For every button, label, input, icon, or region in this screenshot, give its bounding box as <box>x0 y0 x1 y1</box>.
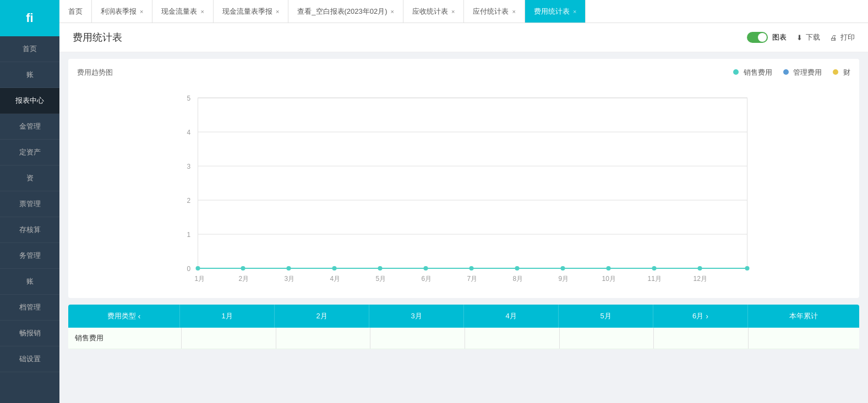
table-header: 费用类型 ‹ 1月 2月 3月 4月 5月 6月 › 本年累计 <box>68 305 859 328</box>
th-month-2: 2月 <box>275 305 369 328</box>
svg-text:6月: 6月 <box>422 275 432 283</box>
tab-cashflow-close[interactable]: × <box>200 8 204 15</box>
tab-cashflow-quarterly-label: 现金流量表季报 <box>222 7 272 16</box>
svg-text:4月: 4月 <box>330 275 341 283</box>
legend-finance-dot <box>833 69 838 75</box>
tab-home[interactable]: 首页 <box>59 0 92 23</box>
legend-admin-label: 管理费用 <box>793 68 822 76</box>
svg-text:2月: 2月 <box>239 275 249 283</box>
legend-sales-label: 销售费用 <box>744 68 772 76</box>
th-type-label: 费用类型 <box>107 311 136 321</box>
tab-receivable-close[interactable]: × <box>451 8 455 15</box>
table-row: 销售费用 <box>68 328 859 349</box>
next-month-button[interactable]: › <box>706 312 708 321</box>
td-m3 <box>370 328 465 349</box>
svg-point-18 <box>424 266 428 270</box>
tab-cashflow-quarterly[interactable]: 现金流量表季报 × <box>214 0 288 23</box>
legend-admin: 管理费用 <box>783 68 822 78</box>
chart-title: 费用趋势图 <box>77 68 113 78</box>
tab-expense-stats[interactable]: 费用统计表 × <box>525 0 586 23</box>
trend-chart: 0 1 2 3 4 5 <box>77 84 850 288</box>
td-m4 <box>465 328 560 349</box>
td-m5 <box>560 328 654 349</box>
th-month-5: 5月 <box>559 305 653 328</box>
tab-payable[interactable]: 应付统计表 × <box>464 0 525 23</box>
tab-receivable-label: 应收统计表 <box>412 7 448 16</box>
chart-header: 费用趋势图 销售费用 管理费用 财 <box>77 68 850 78</box>
sidebar-item-cash[interactable]: 金管理 <box>0 114 59 140</box>
td-m2 <box>276 328 371 349</box>
tab-bar: 首页 利润表季报 × 现金流量表 × 现金流量表季报 × 查看_空白报表(202… <box>59 0 868 23</box>
chart-toggle[interactable] <box>747 32 768 43</box>
tab-cashflow[interactable]: 现金流量表 × <box>152 0 213 23</box>
svg-text:0: 0 <box>187 265 191 273</box>
th-month-6: 6月 › <box>653 305 748 328</box>
legend-sales: 销售费用 <box>733 68 772 78</box>
sidebar-item-archive[interactable]: 档管理 <box>0 295 59 321</box>
sidebar-item-capital[interactable]: 资 <box>0 165 59 191</box>
legend-finance: 财 <box>833 68 850 78</box>
sidebar-item-ledger[interactable]: 账 <box>0 269 59 295</box>
legend-finance-label: 财 <box>843 68 850 76</box>
svg-point-14 <box>241 266 245 270</box>
sidebar-item-invoice[interactable]: 票管理 <box>0 191 59 217</box>
legend-admin-dot <box>783 69 789 75</box>
svg-point-13 <box>196 266 200 270</box>
tab-receivable[interactable]: 应收统计表 × <box>403 0 464 23</box>
svg-point-20 <box>515 266 520 270</box>
td-m6 <box>654 328 749 349</box>
svg-point-21 <box>561 266 565 270</box>
tab-home-label: 首页 <box>68 7 83 16</box>
download-label: 下载 <box>806 32 820 42</box>
svg-text:3: 3 <box>187 163 191 170</box>
svg-text:8月: 8月 <box>513 275 523 283</box>
td-m1 <box>182 328 276 349</box>
tab-profit[interactable]: 利润表季报 × <box>92 0 152 23</box>
svg-text:11月: 11月 <box>648 275 662 283</box>
sidebar-item-inventory[interactable]: 存核算 <box>0 217 59 243</box>
chart-legend: 销售费用 管理费用 财 <box>733 68 850 78</box>
print-icon: 🖨 <box>830 34 837 42</box>
page-header: 费用统计表 图表 ⬇ 下载 🖨 打印 <box>59 23 868 52</box>
tab-payable-close[interactable]: × <box>512 8 515 15</box>
main-area: 首页 利润表季报 × 现金流量表 × 现金流量表季报 × 查看_空白报表(202… <box>59 0 868 403</box>
print-label: 打印 <box>840 32 855 42</box>
download-icon: ⬇ <box>796 34 803 42</box>
svg-point-15 <box>287 266 291 270</box>
sidebar-item-assets[interactable]: 定资产 <box>0 140 59 165</box>
chart-section: 费用趋势图 销售费用 管理费用 财 <box>68 59 859 298</box>
svg-text:7月: 7月 <box>467 275 478 283</box>
sidebar-item-reports[interactable]: 报表中心 <box>0 88 59 114</box>
sidebar: fi 首页 账 报表中心 金管理 定资产 资 票管理 存核算 务管理 账 档管理… <box>0 0 59 403</box>
th-type: 费用类型 ‹ <box>68 305 180 328</box>
sidebar-item-service[interactable]: 务管理 <box>0 243 59 269</box>
download-button[interactable]: ⬇ 下载 <box>796 32 820 42</box>
tab-profit-close[interactable]: × <box>140 8 143 15</box>
svg-point-22 <box>607 266 611 270</box>
svg-text:5: 5 <box>187 95 191 102</box>
sidebar-item-expense[interactable]: 畅报销 <box>0 321 59 346</box>
tab-blank-report-label: 查看_空白报表(2023年02月) <box>297 7 387 16</box>
sidebar-item-account[interactable]: 账 <box>0 62 59 88</box>
sidebar-item-home[interactable]: 首页 <box>0 36 59 62</box>
th-month-6-label: 6月 <box>692 311 703 321</box>
tab-blank-report-close[interactable]: × <box>391 8 394 15</box>
tab-payable-label: 应付统计表 <box>473 7 509 16</box>
chart-toggle-wrap: 图表 <box>747 32 787 43</box>
sidebar-item-settings[interactable]: 础设置 <box>0 346 59 372</box>
tab-cashflow-quarterly-close[interactable]: × <box>276 8 279 15</box>
svg-point-16 <box>332 266 337 270</box>
chart-toggle-label: 图表 <box>772 32 787 42</box>
svg-text:1月: 1月 <box>195 275 205 283</box>
td-type: 销售费用 <box>68 328 182 349</box>
print-button[interactable]: 🖨 打印 <box>830 32 855 42</box>
prev-month-button[interactable]: ‹ <box>138 312 141 321</box>
th-month-1: 1月 <box>180 305 275 328</box>
expense-table: 费用类型 ‹ 1月 2月 3月 4月 5月 6月 › 本年累计 销售费用 <box>68 305 859 349</box>
svg-rect-12 <box>198 98 747 268</box>
tab-blank-report[interactable]: 查看_空白报表(2023年02月) × <box>288 0 403 23</box>
legend-sales-dot <box>733 69 739 75</box>
svg-point-19 <box>470 266 474 270</box>
svg-text:4: 4 <box>187 129 191 136</box>
tab-expense-stats-close[interactable]: × <box>573 8 576 15</box>
